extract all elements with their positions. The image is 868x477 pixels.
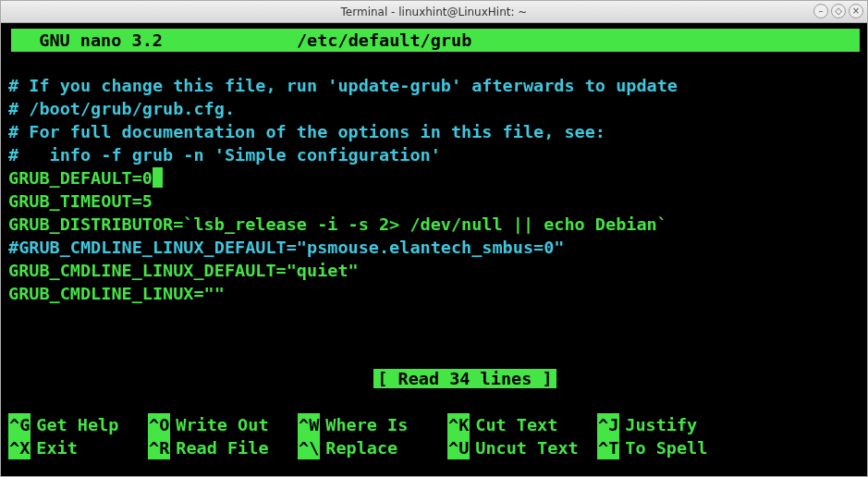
- terminal-viewport[interactable]: GNU nano 3.2 /etc/default/grub # If you …: [1, 23, 867, 476]
- shortcut-key: ^R: [148, 436, 170, 459]
- nano-status-bar: [ Read 34 lines ]: [8, 344, 860, 413]
- nano-header: GNU nano 3.2 /etc/default/grub: [8, 29, 860, 52]
- shortcut-key: ^W: [298, 413, 320, 436]
- shortcut-key: ^X: [8, 436, 31, 459]
- shortcut-row: ^GGet Help^OWrite Out^WWhere Is^KCut Tex…: [8, 413, 860, 436]
- nano-filename: /etc/default/grub: [163, 29, 852, 52]
- shortcut-label: Cut Text: [470, 413, 557, 436]
- window-titlebar: Terminal - linuxhint@LinuxHint: ~ – ◇ ×: [1, 1, 867, 23]
- shortcut-label: Uncut Text: [470, 436, 578, 459]
- shortcut-item[interactable]: ^\Replace: [298, 436, 447, 459]
- editor-line[interactable]: #GRUB_CMDLINE_LINUX_DEFAULT="psmouse.ela…: [8, 236, 860, 259]
- shortcut-item[interactable]: ^KCut Text: [447, 413, 597, 436]
- window-controls: – ◇ ×: [813, 4, 863, 18]
- shortcut-label: Justify: [619, 413, 697, 436]
- shortcut-item[interactable]: ^UUncut Text: [447, 436, 597, 459]
- shortcut-key: ^O: [148, 413, 170, 436]
- close-button[interactable]: ×: [849, 4, 863, 18]
- shortcut-label: Write Out: [170, 413, 268, 436]
- shortcut-label: Replace: [320, 436, 397, 459]
- shortcut-key: ^T: [597, 436, 619, 459]
- editor-line[interactable]: GRUB_CMDLINE_LINUX_DEFAULT="quiet": [8, 259, 860, 282]
- shortcut-label: Get Help: [31, 413, 118, 436]
- shortcut-key: ^U: [447, 436, 470, 459]
- shortcut-label: Read File: [170, 436, 268, 459]
- text-cursor: [153, 167, 163, 188]
- shortcut-key: ^K: [447, 413, 470, 436]
- editor-line[interactable]: GRUB_TIMEOUT=5: [8, 190, 860, 213]
- editor-line[interactable]: GRUB_DEFAULT=0: [8, 166, 860, 190]
- editor-line[interactable]: # For full documentation of the options …: [8, 120, 860, 143]
- minimize-button[interactable]: –: [813, 4, 828, 18]
- shortcut-label: Exit: [31, 436, 78, 459]
- maximize-button[interactable]: ◇: [831, 4, 846, 18]
- shortcut-key: ^G: [8, 413, 31, 436]
- editor-line[interactable]: # info -f grub -n 'Simple configuration': [8, 143, 860, 166]
- nano-status-text: [ Read 34 lines ]: [373, 369, 556, 388]
- shortcut-item[interactable]: ^OWrite Out: [148, 413, 298, 436]
- shortcut-item[interactable]: ^RRead File: [148, 436, 298, 459]
- shortcut-item[interactable]: ^GGet Help: [8, 413, 148, 436]
- shortcut-item[interactable]: ^XExit: [8, 436, 148, 459]
- nano-app-version: GNU nano 3.2: [18, 29, 163, 52]
- editor-line[interactable]: # /boot/grub/grub.cfg.: [8, 97, 860, 120]
- window-title: Terminal - linuxhint@LinuxHint: ~: [341, 6, 528, 18]
- terminal-window: Terminal - linuxhint@LinuxHint: ~ – ◇ × …: [0, 0, 868, 477]
- shortcut-row: ^XExit^RRead File^\Replace^UUncut Text^T…: [8, 436, 860, 459]
- editor-line[interactable]: # If you change this file, run 'update-g…: [8, 74, 860, 97]
- shortcut-item[interactable]: ^TTo Spell: [597, 436, 736, 459]
- shortcut-item[interactable]: ^JJustify: [597, 413, 736, 436]
- shortcut-key: ^\: [298, 436, 320, 459]
- editor-content[interactable]: # If you change this file, run 'update-g…: [8, 74, 860, 305]
- shortcut-label: Where Is: [320, 413, 408, 436]
- shortcut-key: ^J: [597, 413, 619, 436]
- nano-shortcuts: ^GGet Help^OWrite Out^WWhere Is^KCut Tex…: [8, 413, 860, 459]
- editor-line[interactable]: GRUB_DISTRIBUTOR=`lsb_release -i -s 2> /…: [8, 213, 860, 236]
- shortcut-label: To Spell: [619, 436, 707, 459]
- shortcut-item[interactable]: ^WWhere Is: [298, 413, 447, 436]
- editor-line[interactable]: GRUB_CMDLINE_LINUX="": [8, 282, 860, 305]
